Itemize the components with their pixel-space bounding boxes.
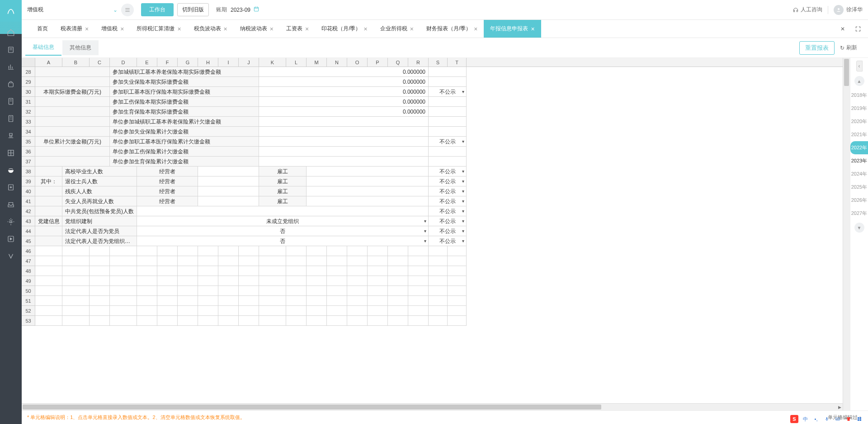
- blank-cell[interactable]: [347, 246, 368, 256]
- blank-cell[interactable]: [62, 276, 90, 286]
- blank-cell[interactable]: [388, 286, 408, 296]
- blank-cell[interactable]: [286, 256, 307, 266]
- ime-punct-button[interactable]: •,: [812, 415, 820, 423]
- blank-cell[interactable]: [388, 296, 408, 306]
- row-header[interactable]: 37: [22, 157, 35, 167]
- row-value[interactable]: [259, 147, 429, 157]
- col-header-S[interactable]: S: [429, 58, 448, 67]
- blank-cell[interactable]: [218, 286, 239, 296]
- row-header[interactable]: 34: [22, 127, 35, 137]
- row-header[interactable]: 36: [22, 147, 35, 157]
- blank-cell[interactable]: [178, 296, 198, 306]
- year-strip-handle[interactable]: ‹: [856, 61, 863, 71]
- year-item[interactable]: 2026年: [850, 194, 868, 207]
- row-header[interactable]: 30: [22, 87, 35, 97]
- row-header[interactable]: 28: [22, 67, 35, 77]
- blank-cell[interactable]: [388, 306, 408, 316]
- row-header[interactable]: 41: [22, 196, 35, 206]
- blank-cell[interactable]: [110, 246, 137, 256]
- ime-toolbox-icon[interactable]: [855, 415, 863, 423]
- blank-cell[interactable]: [429, 256, 448, 266]
- blank-cell[interactable]: [368, 306, 388, 316]
- blank-cell[interactable]: [198, 296, 218, 306]
- tab-close-icon[interactable]: ×: [531, 25, 534, 33]
- blank-cell[interactable]: [62, 296, 90, 306]
- row-value[interactable]: [259, 127, 429, 137]
- row-value[interactable]: 0.000000: [259, 97, 429, 107]
- blank-cell[interactable]: [157, 276, 178, 286]
- blank-cell[interactable]: [286, 316, 307, 326]
- blank-cell[interactable]: [137, 256, 157, 266]
- blank-cell[interactable]: [429, 286, 448, 296]
- row-value-select[interactable]: 否: [137, 226, 429, 236]
- row-value[interactable]: 0.000000: [259, 107, 429, 117]
- user-menu[interactable]: 徐泽华: [834, 5, 863, 15]
- row-header[interactable]: 53: [22, 316, 35, 326]
- blank-cell[interactable]: [286, 246, 307, 256]
- blank-cell[interactable]: [239, 286, 259, 296]
- blank-cell[interactable]: [259, 306, 286, 316]
- tab-7[interactable]: 印花税（月/季）×: [315, 20, 374, 38]
- blank-cell[interactable]: [62, 306, 90, 316]
- support-link[interactable]: 人工咨询: [793, 6, 822, 14]
- nav-inbox-icon[interactable]: [6, 200, 15, 209]
- blank-cell[interactable]: [62, 266, 90, 276]
- col-header-M[interactable]: M: [307, 58, 327, 67]
- blank-cell[interactable]: [35, 306, 62, 316]
- ime-keyboard-icon[interactable]: [834, 415, 842, 423]
- blank-cell[interactable]: [448, 266, 467, 276]
- blank-cell[interactable]: [327, 246, 347, 256]
- blank-cell[interactable]: [347, 256, 368, 266]
- blank-cell[interactable]: [368, 286, 388, 296]
- blank-cell[interactable]: [137, 296, 157, 306]
- blank-cell[interactable]: [35, 246, 62, 256]
- blank-cell[interactable]: [408, 256, 429, 266]
- year-down-button[interactable]: ▼: [854, 223, 864, 233]
- col-header-E[interactable]: E: [137, 58, 157, 67]
- blank-cell[interactable]: [327, 266, 347, 276]
- blank-cell[interactable]: [327, 306, 347, 316]
- blank-cell[interactable]: [239, 316, 259, 326]
- row-value[interactable]: 0.000000: [259, 67, 429, 77]
- scrollbar-thumb-h[interactable]: [23, 405, 601, 410]
- row-value-select[interactable]: 否: [137, 236, 429, 246]
- blank-cell[interactable]: [259, 266, 286, 276]
- tab-close-icon[interactable]: ×: [224, 25, 227, 33]
- row-header[interactable]: 49: [22, 276, 35, 286]
- blank-cell[interactable]: [62, 256, 90, 266]
- blank-cell[interactable]: [448, 306, 467, 316]
- blank-cell[interactable]: [62, 286, 90, 296]
- year-item[interactable]: 2025年: [850, 181, 868, 194]
- row-header[interactable]: 44: [22, 226, 35, 236]
- blank-cell[interactable]: [448, 276, 467, 286]
- nav-play-icon[interactable]: [6, 234, 15, 243]
- blank-cell[interactable]: [137, 316, 157, 326]
- tab-4[interactable]: 税负波动表×: [188, 20, 234, 38]
- col-header-H[interactable]: H: [198, 58, 218, 67]
- tab-close-icon[interactable]: ×: [270, 25, 274, 33]
- subtab-other-info[interactable]: 其他信息: [62, 40, 99, 55]
- col-header-I[interactable]: I: [218, 58, 239, 67]
- blank-cell[interactable]: [35, 256, 62, 266]
- blank-cell[interactable]: [408, 306, 429, 316]
- blank-cell[interactable]: [218, 296, 239, 306]
- blank-cell[interactable]: [137, 266, 157, 276]
- blank-cell[interactable]: [347, 316, 368, 326]
- row-input1[interactable]: [198, 176, 259, 186]
- blank-cell[interactable]: [35, 266, 62, 276]
- sheet-corner[interactable]: [22, 58, 35, 67]
- blank-cell[interactable]: [429, 266, 448, 276]
- blank-cell[interactable]: [198, 306, 218, 316]
- fullscreen-button[interactable]: [853, 24, 863, 34]
- blank-cell[interactable]: [110, 256, 137, 266]
- blank-cell[interactable]: [259, 286, 286, 296]
- blank-cell[interactable]: [62, 246, 90, 256]
- blank-cell[interactable]: [307, 306, 327, 316]
- blank-cell[interactable]: [218, 256, 239, 266]
- row-input2[interactable]: [307, 167, 429, 176]
- blank-cell[interactable]: [198, 286, 218, 296]
- blank-cell[interactable]: [368, 316, 388, 326]
- col-header-A[interactable]: A: [35, 58, 62, 67]
- blank-cell[interactable]: [327, 256, 347, 266]
- blank-cell[interactable]: [388, 276, 408, 286]
